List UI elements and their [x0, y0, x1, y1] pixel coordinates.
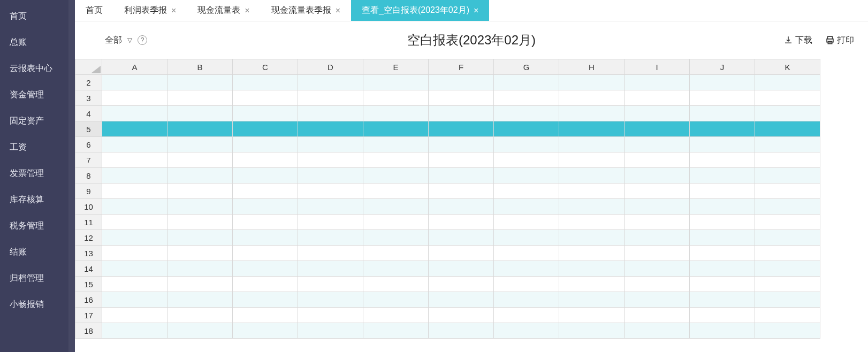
filter-dropdown[interactable]: 全部 ▽ ?	[105, 35, 147, 46]
cell-G8[interactable]	[494, 168, 559, 183]
cell-D16[interactable]	[298, 292, 363, 308]
sidebar-item-8[interactable]: 税务管理	[0, 213, 75, 239]
cell-D4[interactable]	[298, 106, 363, 121]
cell-K11[interactable]	[755, 215, 820, 230]
cell-E11[interactable]	[363, 215, 429, 230]
tab-4[interactable]: 查看_空白报表(2023年02月)×	[351, 0, 489, 21]
cell-G7[interactable]	[494, 152, 559, 168]
cell-J18[interactable]	[690, 323, 755, 339]
cell-C6[interactable]	[233, 137, 298, 152]
cell-C9[interactable]	[233, 183, 298, 199]
cell-F16[interactable]	[429, 292, 494, 308]
cell-H18[interactable]	[559, 323, 625, 339]
cell-K17[interactable]	[755, 308, 820, 323]
sidebar-item-0[interactable]: 首页	[0, 3, 75, 29]
cell-K18[interactable]	[755, 323, 820, 339]
cell-F2[interactable]	[429, 75, 494, 90]
row-header-16[interactable]: 16	[75, 292, 102, 308]
cell-E5[interactable]	[363, 121, 429, 137]
help-icon[interactable]: ?	[138, 35, 147, 45]
cell-D14[interactable]	[298, 261, 363, 277]
cell-H5[interactable]	[559, 121, 625, 137]
cell-B18[interactable]	[167, 323, 233, 339]
cell-G9[interactable]	[494, 183, 559, 199]
column-header-A[interactable]: A	[102, 59, 167, 75]
cell-A4[interactable]	[102, 106, 167, 121]
cell-G4[interactable]	[494, 106, 559, 121]
cell-E17[interactable]	[363, 308, 429, 323]
cell-I15[interactable]	[625, 277, 690, 292]
cell-C16[interactable]	[233, 292, 298, 308]
cell-C12[interactable]	[233, 230, 298, 246]
cell-B4[interactable]	[167, 106, 233, 121]
cell-F9[interactable]	[429, 183, 494, 199]
select-all-corner[interactable]	[75, 59, 102, 75]
cell-G3[interactable]	[494, 90, 559, 106]
cell-F14[interactable]	[429, 261, 494, 277]
cell-H7[interactable]	[559, 152, 625, 168]
cell-E15[interactable]	[363, 277, 429, 292]
cell-C5[interactable]	[233, 121, 298, 137]
cell-B14[interactable]	[167, 261, 233, 277]
cell-H9[interactable]	[559, 183, 625, 199]
cell-K2[interactable]	[755, 75, 820, 90]
cell-J15[interactable]	[690, 277, 755, 292]
cell-J6[interactable]	[690, 137, 755, 152]
cell-D9[interactable]	[298, 183, 363, 199]
cell-I17[interactable]	[625, 308, 690, 323]
cell-C13[interactable]	[233, 246, 298, 261]
cell-B11[interactable]	[167, 215, 233, 230]
tab-1[interactable]: 利润表季报×	[113, 0, 187, 21]
cell-F6[interactable]	[429, 137, 494, 152]
cell-E3[interactable]	[363, 90, 429, 106]
row-header-10[interactable]: 10	[75, 199, 102, 215]
print-button[interactable]: 打印	[825, 35, 854, 46]
column-header-J[interactable]: J	[690, 59, 755, 75]
row-header-17[interactable]: 17	[75, 308, 102, 323]
cell-G14[interactable]	[494, 261, 559, 277]
cell-G17[interactable]	[494, 308, 559, 323]
row-header-8[interactable]: 8	[75, 168, 102, 183]
cell-J14[interactable]	[690, 261, 755, 277]
sidebar-item-5[interactable]: 工资	[0, 134, 75, 160]
cell-G13[interactable]	[494, 246, 559, 261]
column-header-B[interactable]: B	[167, 59, 233, 75]
cell-F4[interactable]	[429, 106, 494, 121]
cell-H16[interactable]	[559, 292, 625, 308]
download-button[interactable]: 下载	[783, 35, 812, 46]
cell-F7[interactable]	[429, 152, 494, 168]
cell-J11[interactable]	[690, 215, 755, 230]
cell-G18[interactable]	[494, 323, 559, 339]
cell-H17[interactable]	[559, 308, 625, 323]
tab-3[interactable]: 现金流量表季报×	[261, 0, 351, 21]
close-icon[interactable]: ×	[171, 6, 176, 15]
cell-K16[interactable]	[755, 292, 820, 308]
cell-J13[interactable]	[690, 246, 755, 261]
cell-H10[interactable]	[559, 199, 625, 215]
cell-H2[interactable]	[559, 75, 625, 90]
cell-A3[interactable]	[102, 90, 167, 106]
cell-F11[interactable]	[429, 215, 494, 230]
cell-J3[interactable]	[690, 90, 755, 106]
cell-A12[interactable]	[102, 230, 167, 246]
cell-I4[interactable]	[625, 106, 690, 121]
cell-A2[interactable]	[102, 75, 167, 90]
cell-I2[interactable]	[625, 75, 690, 90]
close-icon[interactable]: ×	[474, 6, 478, 15]
sidebar-item-7[interactable]: 库存核算	[0, 187, 75, 213]
column-header-K[interactable]: K	[755, 59, 820, 75]
cell-J5[interactable]	[690, 121, 755, 137]
cell-D17[interactable]	[298, 308, 363, 323]
cell-D18[interactable]	[298, 323, 363, 339]
cell-E12[interactable]	[363, 230, 429, 246]
cell-D6[interactable]	[298, 137, 363, 152]
cell-H8[interactable]	[559, 168, 625, 183]
cell-B12[interactable]	[167, 230, 233, 246]
cell-B16[interactable]	[167, 292, 233, 308]
cell-H12[interactable]	[559, 230, 625, 246]
cell-H15[interactable]	[559, 277, 625, 292]
cell-G15[interactable]	[494, 277, 559, 292]
cell-I9[interactable]	[625, 183, 690, 199]
row-header-2[interactable]: 2	[75, 75, 102, 90]
cell-F18[interactable]	[429, 323, 494, 339]
